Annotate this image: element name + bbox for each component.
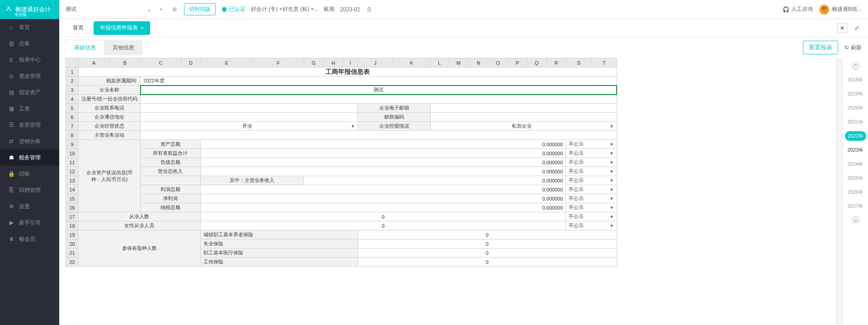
calendar-icon[interactable]: 🗓: [365, 5, 373, 14]
year-2024[interactable]: 2024年: [845, 159, 866, 169]
year-2025[interactable]: 2025年: [845, 173, 866, 183]
chevron-down-icon: ▼: [351, 124, 355, 129]
support-link[interactable]: 🎧人工咨询: [783, 5, 813, 13]
nav-invoice[interactable]: ☰发票管理: [0, 117, 59, 133]
headset-icon: 🎧: [783, 6, 789, 13]
nav-guide[interactable]: ▶新手引导: [0, 215, 59, 231]
member-icon: ♛: [8, 236, 14, 242]
funds-icon: ◎: [8, 73, 14, 79]
chevron-down-icon: ⌄: [147, 6, 151, 13]
nav-tax[interactable]: ☗税务管理: [0, 149, 59, 166]
page-tabs: 首页 年报信息申报表 × ✕ ⤢: [59, 19, 868, 37]
tab-home[interactable]: 首页: [66, 24, 91, 32]
avatar-icon: 🐯: [819, 5, 829, 14]
product-name: 好会计 (专) +好生意 (标) +...: [251, 5, 318, 13]
year-down-icon[interactable]: ⌄: [851, 215, 860, 225]
sheet-title: 工商年报信息表: [79, 67, 617, 76]
close-tab-icon[interactable]: ×: [141, 25, 144, 31]
period-label: 账期: [324, 5, 335, 13]
tax-icon: ☗: [8, 154, 14, 161]
assets-icon: ▤: [8, 89, 14, 96]
status-dropdown[interactable]: 开业▼: [141, 122, 358, 131]
fullscreen-icon[interactable]: ⤢: [852, 23, 862, 33]
brand-logo: 畅捷通好会计 专业版: [0, 0, 59, 19]
home-icon: ⌂: [8, 24, 14, 30]
year-2019[interactable]: 2019年: [845, 89, 866, 99]
year-selector: ⌃ 2018年 2019年 2020年 2021年 2022年 2023年 20…: [843, 58, 868, 325]
user-menu[interactable]: 🐯畅捷通B组...: [819, 5, 862, 14]
pub-dropdown[interactable]: 不公示▼: [566, 140, 617, 149]
nav-funds[interactable]: ◎资金管理: [0, 68, 59, 84]
holding-dropdown[interactable]: 私营企业▼: [431, 122, 617, 131]
subtab-other[interactable]: 其他信息: [104, 40, 142, 55]
year-2023[interactable]: 2023年: [845, 145, 866, 155]
nav-settings[interactable]: ⚙设置: [0, 198, 59, 215]
year-2021[interactable]: 2021年: [845, 117, 866, 127]
refresh-button[interactable]: ↻刷新: [844, 44, 862, 52]
year-2027[interactable]: 2027年: [845, 201, 866, 211]
reset-button[interactable]: 重置报表: [803, 41, 838, 54]
inventory-icon: ⇄: [8, 138, 14, 144]
nav-salary[interactable]: ▦工资: [0, 100, 59, 117]
nav-close[interactable]: 🔒结账: [0, 166, 59, 182]
tab-annual-report[interactable]: 年报信息申报表 ×: [94, 21, 150, 35]
nav-inventory[interactable]: ⇄进销台账: [0, 133, 59, 149]
verified-badge: 已认证: [221, 5, 245, 13]
year-2018[interactable]: 2018年: [845, 75, 866, 85]
chevron-down-icon: ▼: [610, 124, 614, 129]
salary-icon: ▦: [8, 105, 14, 112]
nav-reports[interactable]: ⨊报表中心: [0, 52, 59, 68]
add-icon[interactable]: ＋: [157, 5, 165, 14]
company-selector[interactable]: 测试 ⌄: [66, 5, 151, 13]
company-name-cell[interactable]: 测试: [141, 86, 617, 95]
switch-old-button[interactable]: 切到旧版: [184, 3, 216, 15]
vertical-scrollbar[interactable]: [836, 58, 843, 325]
nav-assets[interactable]: ▤固定资产: [0, 84, 59, 100]
subtab-basic[interactable]: 基础信息: [66, 40, 104, 55]
chart-icon: ⨊: [8, 57, 14, 63]
year-2022[interactable]: 2022年: [845, 131, 866, 141]
ledger-icon: ▥: [8, 40, 14, 47]
sidebar: 畅捷通好会计 专业版 ⌂首页 ▥总账 ⨊报表中心 ◎资金管理 ▤固定资产 ▦工资…: [0, 0, 59, 325]
archive-icon: 🗄: [8, 187, 14, 193]
guide-icon: ▶: [8, 220, 14, 226]
nav-home[interactable]: ⌂首页: [0, 19, 59, 35]
invoice-icon: ☰: [8, 122, 14, 128]
year-2020[interactable]: 2020年: [845, 103, 866, 113]
close-all-icon[interactable]: ✕: [837, 23, 847, 33]
sub-tabs: 基础信息 其他信息 重置报表 ↻刷新: [59, 37, 868, 58]
year-2026[interactable]: 2026年: [845, 187, 866, 197]
spreadsheet[interactable]: A B C DE FG HI JK LM NO PQ RS T 1工商年报信息表: [59, 58, 836, 325]
gear-icon: ⚙: [8, 203, 14, 210]
nav-ledger[interactable]: ▥总账: [0, 35, 59, 52]
refresh-icon: ↻: [844, 44, 849, 51]
lock-icon: 🔒: [8, 171, 14, 177]
settings-top-icon[interactable]: ⚙: [170, 5, 179, 14]
year-up-icon[interactable]: ⌃: [851, 62, 860, 71]
nav-archive[interactable]: 🗄归档管理: [0, 182, 59, 198]
nav-member[interactable]: ♛畅会员: [0, 231, 59, 247]
topbar: 测试 ⌄ ＋ ⚙ 切到旧版 已认证 好会计 (专) +好生意 (标) +... …: [59, 0, 868, 19]
period-value[interactable]: 2023-02: [340, 6, 360, 13]
